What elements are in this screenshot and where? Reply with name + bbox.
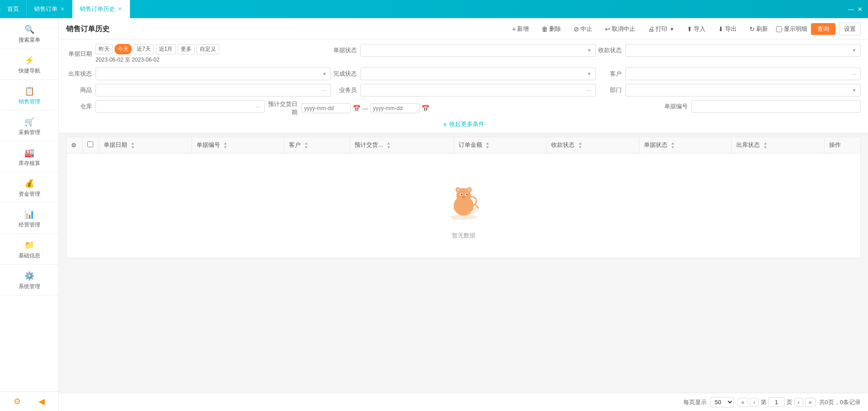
date-btn-custom[interactable]: 自定义: [197, 44, 219, 54]
cancel-stop-button[interactable]: ↩ 取消中止: [600, 23, 640, 35]
empty-state: 暂无数据: [67, 154, 860, 258]
th-receipt-status[interactable]: 收款状态 ▲▼: [547, 137, 639, 154]
sidebar-item-system-mgmt[interactable]: ⚙️ 系统管理: [0, 265, 58, 295]
customer-input[interactable]: ···: [625, 68, 861, 80]
warehouse-input[interactable]: ···: [96, 100, 265, 113]
tab-sales-order[interactable]: 销售订单 ✕: [27, 0, 72, 18]
date-dash: —: [362, 105, 368, 112]
product-input[interactable]: ···: [96, 84, 331, 97]
top-bar-tabs: 首页 销售订单 ✕ 销售订单历史 ✕: [0, 0, 843, 18]
add-button[interactable]: + 新增: [508, 23, 533, 35]
window-minimize[interactable]: —: [848, 6, 854, 13]
date-btn-7days[interactable]: 近7天: [134, 44, 154, 54]
th-voucher-status-label: 单据状态: [644, 141, 667, 148]
collapse-filter-button[interactable]: ∧ 收起更多条件: [66, 120, 861, 128]
print-label: 打印: [656, 25, 667, 33]
next-page-button[interactable]: ›: [794, 398, 803, 407]
select-all-checkbox[interactable]: [87, 141, 93, 147]
delivery-date-label: 预计交货日期: [265, 100, 301, 116]
completion-status-select[interactable]: ▼: [360, 68, 596, 80]
filter-row-3: 商品 ··· 业务员 ··· 部门 ▼: [66, 84, 861, 97]
sidebar-item-sales-mgmt[interactable]: 📋 销售管理: [0, 80, 58, 111]
page-size-select[interactable]: 10 20 50 100: [710, 397, 734, 407]
receipt-status-select[interactable]: ▼: [625, 44, 861, 57]
department-chevron: ▼: [852, 87, 857, 93]
sidebar-item-quick-nav[interactable]: ⚡ 快捷导航: [0, 49, 58, 80]
current-page-input[interactable]: [768, 397, 785, 407]
sidebar-item-base-info-label: 基础信息: [19, 252, 40, 260]
first-page-button[interactable]: «: [738, 398, 748, 407]
outbound-status-select[interactable]: ▼: [96, 68, 331, 80]
window-close[interactable]: ✕: [858, 6, 863, 13]
svg-point-9: [460, 193, 462, 195]
th-voucher-no[interactable]: 单据编号 ▲▼: [192, 137, 284, 154]
delete-button[interactable]: 🗑 删除: [537, 23, 566, 35]
add-label: 新增: [517, 25, 529, 33]
th-settings[interactable]: ⚙: [67, 137, 83, 154]
outbound-status-sort-icon: ▲▼: [763, 141, 767, 150]
cancel-stop-label: 取消中止: [612, 25, 635, 33]
sidebar-item-purchase-mgmt[interactable]: 🛒 采购管理: [0, 111, 58, 141]
tab-sales-order-history[interactable]: 销售订单历史 ✕: [72, 0, 130, 18]
delivery-date-to[interactable]: [370, 103, 420, 113]
filter-col-salesperson: 业务员 ···: [331, 84, 596, 97]
query-button[interactable]: 查询: [811, 23, 835, 35]
table-area: ⚙ 单据日期 ▲▼ 单据编号 ▲▼: [59, 133, 868, 393]
print-button[interactable]: 🖨 打印 ▼: [643, 23, 679, 35]
import-label: 导入: [694, 25, 705, 33]
sidebar-settings-icon[interactable]: ⚙: [14, 396, 21, 406]
calendar-to-icon[interactable]: 📅: [422, 105, 429, 112]
pagination-bar: 每页显示 10 20 50 100 « ‹ 第 页 › » 共0页，0条记录: [59, 393, 868, 411]
th-receipt-status-label: 收款状态: [551, 141, 575, 148]
settings-button[interactable]: 设置: [839, 23, 861, 35]
date-btn-today[interactable]: 今天: [115, 44, 132, 54]
th-customer[interactable]: 客户 ▲▼: [284, 137, 350, 154]
search-menu-icon: 🔍: [24, 24, 34, 34]
th-outbound-status[interactable]: 出库状态 ▲▼: [732, 137, 825, 154]
voucher-status-sort-icon: ▲▼: [671, 141, 675, 150]
date-btn-1month[interactable]: 近1月: [156, 44, 176, 54]
department-select[interactable]: ▼: [625, 84, 861, 97]
salesperson-input[interactable]: ···: [360, 84, 596, 97]
voucher-no-input[interactable]: [691, 100, 861, 113]
export-button[interactable]: ⬇ 导出: [714, 23, 741, 35]
sidebar-item-search-menu[interactable]: 🔍 搜索菜单: [0, 18, 58, 49]
tab-sales-order-history-close[interactable]: ✕: [118, 6, 122, 12]
date-btn-more[interactable]: 更多: [177, 44, 195, 54]
voucher-no-sort-icon: ▲▼: [223, 141, 227, 150]
sidebar-item-base-info[interactable]: 📁 基础信息: [0, 234, 58, 265]
th-customer-label: 客户: [289, 141, 301, 148]
th-date[interactable]: 单据日期 ▲▼: [99, 137, 192, 154]
last-page-button[interactable]: »: [805, 398, 815, 407]
tab-sales-order-label: 销售订单: [34, 5, 58, 13]
th-checkbox[interactable]: [83, 137, 99, 154]
prev-page-button[interactable]: ‹: [750, 398, 759, 407]
import-button[interactable]: ⬆ 导入: [682, 23, 710, 35]
finance-icon: 💰: [24, 179, 34, 189]
tab-home[interactable]: 首页: [0, 0, 27, 18]
display-toggle-checkbox[interactable]: [776, 26, 782, 32]
stop-button[interactable]: ⊘ 中止: [569, 23, 597, 35]
quick-nav-icon: ⚡: [24, 55, 34, 65]
sidebar-item-operations[interactable]: 📊 经营管理: [0, 203, 58, 234]
refresh-button[interactable]: ↻ 刷新: [745, 23, 772, 35]
sidebar-item-operations-label: 经营管理: [19, 221, 40, 229]
collapse-up-icon: ∧: [443, 121, 447, 128]
date-btn-yesterday[interactable]: 昨天: [96, 44, 113, 54]
th-voucher-status[interactable]: 单据状态 ▲▼: [639, 137, 732, 154]
calendar-from-icon[interactable]: 📅: [353, 105, 360, 112]
sidebar-collapse-icon[interactable]: ◀: [38, 396, 45, 406]
voucher-no-text-input[interactable]: [695, 103, 857, 110]
filter-col-product: 商品 ···: [66, 84, 331, 97]
receipt-status-chevron: ▼: [852, 48, 857, 53]
delivery-date-from[interactable]: [301, 103, 351, 113]
voucher-no-label: 单据编号: [662, 102, 691, 111]
display-toggle-label: 显示明细: [784, 25, 807, 33]
th-amount[interactable]: 订单金额 ▲▼: [454, 137, 547, 154]
sidebar-item-finance[interactable]: 💰 资金管理: [0, 172, 58, 203]
voucher-status-select[interactable]: ▼: [360, 44, 596, 57]
stop-label: 中止: [580, 25, 592, 33]
th-delivery-date[interactable]: 预计交货... ▲▼: [350, 137, 454, 154]
sidebar-item-inventory[interactable]: 🏭 库存核算: [0, 141, 58, 172]
tab-sales-order-close[interactable]: ✕: [60, 6, 65, 12]
